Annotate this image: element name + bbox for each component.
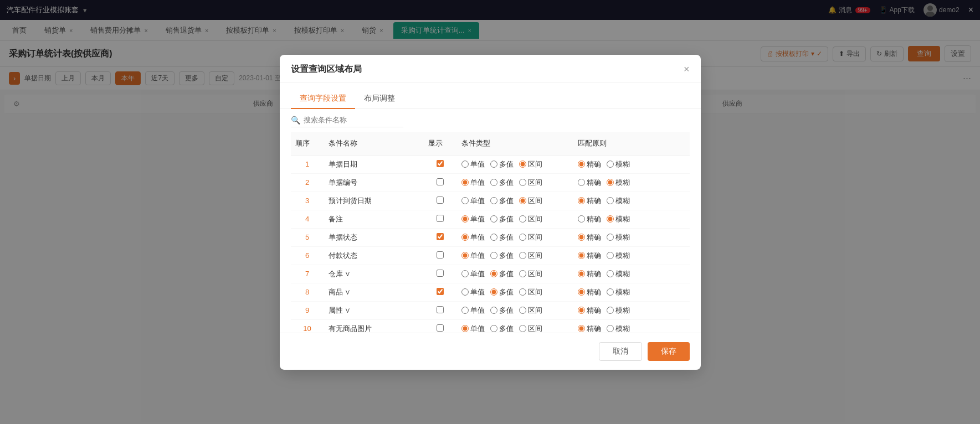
type-single-radio[interactable]: 单值 [461, 306, 485, 316]
match-exact-radio[interactable]: 精确 [578, 196, 601, 206]
dialog-search-area: 🔍 [280, 109, 701, 132]
row-display [424, 156, 457, 173]
type-range-radio[interactable]: 区间 [519, 324, 542, 333]
match-fuzzy-radio[interactable]: 模糊 [607, 269, 630, 279]
dialog-footer: 取消 保存 [280, 333, 701, 370]
type-single-radio[interactable]: 单值 [461, 287, 485, 297]
row-display [424, 266, 457, 282]
display-checkbox[interactable] [437, 178, 444, 185]
type-single-radio[interactable]: 单值 [461, 251, 485, 261]
row-type: 单值 多值 区间 [457, 192, 573, 210]
table-row: 1 单据日期 单值 多值 区间 [291, 156, 690, 174]
type-multi-radio[interactable]: 多值 [490, 306, 514, 316]
table-row: 8 商品 ∨ 单值 多值 区间 [291, 283, 690, 302]
display-checkbox[interactable] [437, 306, 444, 313]
type-range-radio[interactable]: 区间 [519, 269, 542, 279]
display-checkbox[interactable] [437, 197, 444, 204]
type-range-radio[interactable]: 区间 [519, 251, 542, 261]
type-multi-radio[interactable]: 多值 [490, 196, 514, 206]
row-match: 精确 模糊 [573, 192, 690, 210]
tab-layout-adjust-label: 布局调整 [364, 94, 395, 102]
match-fuzzy-radio[interactable]: 模糊 [607, 287, 630, 297]
match-exact-radio[interactable]: 精确 [578, 159, 601, 169]
type-range-radio[interactable]: 区间 [519, 196, 542, 206]
col-name-header: 条件名称 [324, 136, 424, 151]
search-input[interactable] [304, 116, 403, 124]
row-type: 单值 多值 区间 [457, 320, 573, 333]
match-fuzzy-radio[interactable]: 模糊 [607, 214, 630, 224]
row-name: 有无商品图片 [324, 320, 424, 333]
dialog-table-header: 顺序 条件名称 显示 条件类型 匹配原则 [291, 132, 690, 156]
type-multi-radio[interactable]: 多值 [490, 324, 514, 333]
row-order: 4 [291, 211, 324, 227]
search-icon: 🔍 [291, 116, 300, 125]
display-checkbox[interactable] [437, 324, 444, 332]
display-checkbox[interactable] [437, 215, 444, 222]
match-fuzzy-radio[interactable]: 模糊 [607, 324, 630, 333]
display-checkbox[interactable] [437, 251, 444, 258]
type-single-radio[interactable]: 单值 [461, 232, 485, 242]
row-name: 属性 ∨ [324, 302, 424, 319]
display-checkbox[interactable] [437, 270, 444, 277]
display-checkbox[interactable] [437, 233, 444, 240]
type-multi-radio[interactable]: 多值 [490, 159, 514, 169]
row-display [424, 320, 457, 333]
tab-layout-adjust[interactable]: 布局调整 [355, 89, 404, 109]
type-single-radio[interactable]: 单值 [461, 159, 485, 169]
match-fuzzy-radio[interactable]: 模糊 [607, 159, 630, 169]
save-btn[interactable]: 保存 [648, 342, 690, 361]
match-exact-radio[interactable]: 精确 [578, 251, 601, 261]
type-multi-radio[interactable]: 多值 [490, 178, 514, 188]
display-checkbox[interactable] [437, 160, 444, 167]
type-multi-radio[interactable]: 多值 [490, 269, 514, 279]
type-single-radio[interactable]: 单值 [461, 196, 485, 206]
type-range-radio[interactable]: 区间 [519, 178, 542, 188]
type-multi-radio[interactable]: 多值 [490, 214, 514, 224]
type-single-radio[interactable]: 单值 [461, 178, 485, 188]
match-fuzzy-radio[interactable]: 模糊 [607, 232, 630, 242]
type-range-radio[interactable]: 区间 [519, 287, 542, 297]
row-order: 10 [291, 320, 324, 333]
row-type: 单值 多值 区间 [457, 156, 573, 173]
match-fuzzy-radio[interactable]: 模糊 [607, 196, 630, 206]
type-multi-radio[interactable]: 多值 [490, 232, 514, 242]
match-exact-radio[interactable]: 精确 [578, 306, 601, 316]
type-multi-radio[interactable]: 多值 [490, 251, 514, 261]
type-range-radio[interactable]: 区间 [519, 159, 542, 169]
row-order: 1 [291, 156, 324, 172]
row-display [424, 284, 457, 301]
row-type: 单值 多值 区间 [457, 229, 573, 246]
row-display [424, 229, 457, 246]
match-exact-radio[interactable]: 精确 [578, 287, 601, 297]
tab-query-fields[interactable]: 查询字段设置 [291, 89, 355, 109]
row-name: 单据日期 [324, 156, 424, 173]
type-range-radio[interactable]: 区间 [519, 214, 542, 224]
row-display [424, 211, 457, 227]
match-fuzzy-radio[interactable]: 模糊 [607, 251, 630, 261]
type-range-radio[interactable]: 区间 [519, 306, 542, 316]
col-display-header: 显示 [424, 136, 457, 151]
row-order: 5 [291, 229, 324, 245]
type-single-radio[interactable]: 单值 [461, 324, 485, 333]
type-multi-radio[interactable]: 多值 [490, 287, 514, 297]
display-checkbox[interactable] [437, 288, 444, 295]
type-single-radio[interactable]: 单值 [461, 269, 485, 279]
match-fuzzy-radio[interactable]: 模糊 [607, 306, 630, 316]
type-single-radio[interactable]: 单值 [461, 214, 485, 224]
match-exact-radio[interactable]: 精确 [578, 324, 601, 333]
row-type: 单值 多值 区间 [457, 265, 573, 283]
dialog-table-body: 1 单据日期 单值 多值 区间 [291, 156, 690, 333]
match-exact-radio[interactable]: 精确 [578, 214, 601, 224]
match-exact-radio[interactable]: 精确 [578, 269, 601, 279]
match-exact-radio[interactable]: 精确 [578, 178, 601, 188]
dialog-title: 设置查询区域布局 [291, 64, 362, 75]
row-name: 单据编号 [324, 174, 424, 192]
match-exact-radio[interactable]: 精确 [578, 232, 601, 242]
type-range-radio[interactable]: 区间 [519, 232, 542, 242]
settings-dialog: 设置查询区域布局 × 查询字段设置 布局调整 🔍 [280, 55, 701, 370]
row-display [424, 193, 457, 209]
row-type: 单值 多值 区间 [457, 210, 573, 228]
match-fuzzy-radio[interactable]: 模糊 [607, 178, 630, 188]
dialog-close-btn[interactable]: × [684, 64, 690, 75]
cancel-btn[interactable]: 取消 [599, 342, 642, 361]
